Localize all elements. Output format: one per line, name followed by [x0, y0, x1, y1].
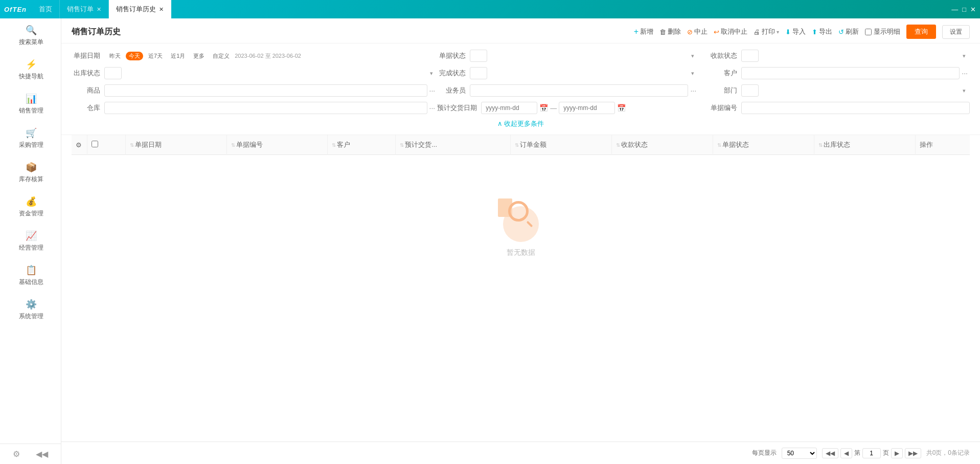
add-button[interactable]: + 新增 [634, 27, 653, 36]
maximize-icon[interactable]: □ [962, 6, 966, 13]
show-detail-checkbox-wrap[interactable]: 显示明细 [865, 27, 900, 36]
date-today-btn[interactable]: 今天 [126, 52, 143, 60]
sidebar-item-finance[interactable]: 💰 资金管理 [0, 190, 61, 224]
cancel-stop-button[interactable]: ↩ 取消中止 [714, 27, 747, 36]
th-delivery-status[interactable]: ⇅ 出库状态 [814, 135, 916, 155]
delivery-date-start[interactable] [481, 102, 537, 114]
sidebar-item-basic-info[interactable]: 📋 基础信息 [0, 258, 61, 293]
query-button[interactable]: 查询 [906, 25, 936, 39]
basic-info-icon: 📋 [26, 264, 37, 276]
top-bar-right: — □ ✕ [951, 6, 976, 13]
page-size-select[interactable]: 20 50 100 [782, 448, 817, 459]
total-info: 共0页，0条记录 [926, 449, 970, 457]
stop-button[interactable]: ⊘ 中止 [687, 27, 708, 36]
data-table: ⚙ ⇅ 单据日期 ⇅ [72, 135, 970, 155]
delivery-date-end[interactable] [559, 102, 615, 114]
collapse-link[interactable]: ∧ 收起更多条件 [72, 119, 970, 128]
tab-bar: OfTEn 首页 销售订单 ✕ 销售订单历史 ✕ [4, 0, 951, 18]
warehouse-input[interactable] [104, 102, 427, 114]
sidebar-item-label: 系统管理 [19, 312, 43, 321]
date-cal-icon-end[interactable]: 📅 [617, 104, 626, 112]
th-date[interactable]: ⇅ 单据日期 [125, 135, 226, 155]
completion-status-select[interactable] [470, 67, 487, 79]
goods-label: 商品 [72, 86, 100, 95]
salesperson-label: 业务员 [437, 86, 466, 95]
th-payment-status[interactable]: ⇅ 收款状态 [612, 135, 713, 155]
filter-date: 单据日期 昨天 今天 近7天 近1月 更多 自定义 2023-06-02 至 2… [72, 51, 437, 60]
sidebar-item-sales[interactable]: 📊 销售管理 [0, 87, 61, 121]
minimize-icon[interactable]: — [951, 6, 958, 13]
show-detail-checkbox[interactable] [865, 29, 872, 35]
date-cal-icon-start[interactable]: 📅 [539, 104, 548, 112]
delete-icon: 🗑 [659, 28, 666, 36]
filter-row-3: 商品 ··· 业务员 ··· 部门 [72, 84, 970, 97]
delivery-status-select-wrap [104, 67, 437, 79]
stop-icon: ⊘ [687, 28, 693, 36]
goods-dots-btn[interactable]: ··· [427, 86, 438, 95]
sidebar-item-quick-nav[interactable]: ⚡ 快捷导航 [0, 53, 61, 87]
last-page-button[interactable]: ▶▶ [905, 448, 921, 458]
refresh-button[interactable]: ↺ 刷新 [838, 27, 859, 36]
export-icon: ⬆ [812, 28, 817, 36]
sidebar-collapse-icon[interactable]: ◀◀ [36, 449, 48, 459]
salesperson-input[interactable] [470, 84, 688, 97]
date-separator: — [550, 104, 557, 112]
sidebar-item-operations[interactable]: 📈 经营管理 [0, 224, 61, 258]
date-quick-buttons: 昨天 今天 近7天 近1月 更多 自定义 [106, 52, 233, 60]
tab-sales-order[interactable]: 销售订单 ✕ [60, 0, 109, 18]
date-custom-btn[interactable]: 自定义 [210, 52, 233, 60]
export-button[interactable]: ⬆ 导出 [812, 27, 832, 36]
th-delivery-date[interactable]: ⇅ 预计交货... [396, 135, 511, 155]
sidebar-item-label: 采购管理 [19, 141, 43, 149]
tab-sales-order-history[interactable]: 销售订单历史 ✕ [109, 0, 171, 18]
department-select[interactable] [741, 84, 759, 97]
warehouse-dots-btn[interactable]: ··· [427, 104, 438, 112]
sidebar-item-purchase[interactable]: 🛒 采购管理 [0, 121, 61, 156]
delete-button[interactable]: 🗑 删除 [659, 27, 681, 36]
completion-status-label: 完成状态 [437, 69, 466, 78]
sort-icon: ⇅ [400, 142, 404, 148]
th-order-number[interactable]: ⇅ 单据编号 [226, 135, 328, 155]
prev-page-button[interactable]: ◀ [840, 448, 852, 458]
tab-home[interactable]: 首页 [32, 0, 60, 18]
goods-input[interactable] [104, 84, 427, 97]
pagination-bar: 每页显示 20 50 100 ◀◀ ◀ 第 页 ▶ ▶▶ 共0页，0条记录 [61, 441, 980, 464]
customer-label: 客户 [709, 69, 737, 78]
select-all-checkbox[interactable] [92, 141, 98, 147]
th-order-status[interactable]: ⇅ 单据状态 [713, 135, 814, 155]
sidebar-settings-icon[interactable]: ⚙ [13, 449, 20, 459]
tab-sales-order-close[interactable]: ✕ [97, 6, 101, 13]
print-icon: 🖨 [754, 28, 760, 36]
delivery-status-select[interactable] [104, 67, 122, 79]
sidebar-item-search[interactable]: 🔍 搜索菜单 [0, 18, 61, 53]
date-1month-btn[interactable]: 近1月 [168, 52, 188, 60]
order-status-select-wrap [470, 50, 698, 62]
app-logo: OfTEn [4, 6, 27, 13]
date-yesterday-btn[interactable]: 昨天 [106, 52, 124, 60]
th-customer[interactable]: ⇅ 客户 [328, 135, 396, 155]
payment-status-select[interactable] [741, 50, 759, 62]
import-button[interactable]: ⬇ 导入 [785, 27, 806, 36]
tab-sales-order-history-close[interactable]: ✕ [159, 6, 164, 13]
setting-button[interactable]: 设置 [942, 25, 970, 39]
close-window-icon[interactable]: ✕ [970, 6, 976, 13]
filter-delivery-date: 预计交货日期 📅 — 📅 [437, 102, 698, 114]
th-setting[interactable]: ⚙ [72, 135, 87, 155]
order-status-select[interactable] [470, 50, 487, 62]
th-order-amount[interactable]: ⇅ 订单金额 [511, 135, 612, 155]
order-number-input[interactable] [741, 102, 970, 114]
page-number-input[interactable] [862, 448, 881, 458]
salesperson-dots-btn[interactable]: ··· [688, 86, 698, 95]
next-page-button[interactable]: ▶ [891, 448, 903, 458]
date-7days-btn[interactable]: 近7天 [145, 52, 166, 60]
sidebar-item-system[interactable]: ⚙️ 系统管理 [0, 293, 61, 327]
sort-icon: ⇅ [818, 142, 823, 148]
first-page-button[interactable]: ◀◀ [822, 448, 838, 458]
sidebar-item-inventory[interactable]: 📦 库存核算 [0, 156, 61, 190]
date-more-btn[interactable]: 更多 [190, 52, 208, 60]
table-settings-icon[interactable]: ⚙ [76, 141, 82, 149]
customer-dots-btn[interactable]: ··· [960, 69, 970, 77]
th-checkbox[interactable] [87, 135, 125, 155]
print-button[interactable]: 🖨 打印 ▾ [754, 27, 779, 36]
customer-input[interactable] [741, 67, 960, 79]
